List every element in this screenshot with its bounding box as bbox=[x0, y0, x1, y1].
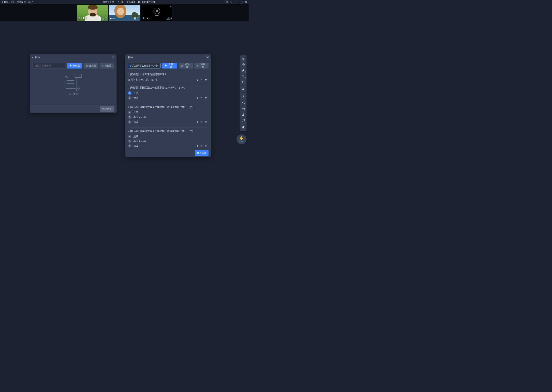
quiz-name-input[interactable] bbox=[33, 63, 65, 69]
panel-close-icon[interactable] bbox=[206, 56, 209, 59]
short-icon: T bbox=[102, 64, 103, 67]
close-icon[interactable] bbox=[245, 0, 248, 4]
move-icon[interactable]: ✥ bbox=[196, 120, 199, 123]
tile-close-icon[interactable]: × bbox=[138, 5, 139, 8]
svg-point-12 bbox=[243, 96, 244, 97]
bell-tool-icon[interactable] bbox=[240, 125, 246, 130]
raise-hand-button[interactable]: ✋ 0/2 bbox=[237, 134, 247, 144]
question-text: 2 [判断题] 我国宪法上一次更新是在2020年。（2分） bbox=[128, 86, 207, 89]
record-dot-icon bbox=[99, 17, 102, 20]
save-quiz-button[interactable]: 保存试卷 bbox=[100, 106, 114, 112]
fullscreen-icon[interactable] bbox=[240, 0, 243, 4]
participant-tile-nina[interactable]: × Nina bbox=[109, 5, 140, 21]
toolbox-tool-icon[interactable] bbox=[240, 106, 246, 112]
question-text: 3 [单选题] 施华洛世奇是反华品牌，所以梁鼎琪反华。（2分） bbox=[128, 105, 207, 109]
choice-question-button[interactable]: ◎选择题 bbox=[179, 63, 193, 69]
record-icon[interactable] bbox=[225, 0, 228, 4]
pointer-tool-icon[interactable] bbox=[240, 56, 246, 62]
option-row[interactable]: B错误 ✥ ✎ 🗑 bbox=[128, 96, 207, 99]
empty-illustration-icon bbox=[65, 73, 82, 91]
choice-question-button[interactable]: ◎选择题 bbox=[84, 63, 98, 69]
option-bullet: A bbox=[128, 111, 131, 114]
net-status: 网络状态：良好 bbox=[17, 0, 33, 4]
back-icon[interactable]: ‹ bbox=[32, 56, 33, 59]
judge-question-button[interactable]: ⦿判断题 bbox=[67, 63, 82, 69]
move-icon[interactable]: ✥ bbox=[196, 96, 199, 99]
participant-tile-teacher[interactable]: 叮当老师 bbox=[77, 5, 108, 21]
judge-question-button[interactable]: ⦿判断题 bbox=[162, 63, 177, 69]
move-icon[interactable]: ✥ bbox=[196, 78, 199, 81]
hand-count: 0/2 bbox=[240, 140, 243, 143]
participant-tile-wangxiaoming[interactable]: × 王小明 bbox=[141, 5, 172, 21]
question-text: 4 [多选题] 施华洛世奇是反华品牌，所以梁鼎琪反华。（2分） bbox=[128, 129, 207, 133]
panel-close-icon[interactable] bbox=[112, 56, 114, 59]
option-bullet: B bbox=[128, 96, 131, 99]
svg-rect-0 bbox=[225, 1, 227, 3]
option-label: 正确 bbox=[133, 91, 138, 95]
option-row[interactable]: B不完全正确 bbox=[128, 115, 207, 119]
svg-point-14 bbox=[243, 113, 244, 115]
edit-icon[interactable]: ✎ bbox=[201, 145, 203, 147]
option-row[interactable]: C错误 ✥ ✎ 🗑 bbox=[128, 120, 207, 124]
delete-icon[interactable]: 🗑 bbox=[205, 78, 207, 81]
camera-off-icon bbox=[153, 8, 160, 16]
participant-name: 王小明 bbox=[142, 17, 149, 20]
delete-icon[interactable]: 🗑 bbox=[205, 145, 207, 147]
question-item: 3 [单选题] 施华洛世奇是反华品牌，所以梁鼎琪反华。（2分） A正确 B不完全… bbox=[128, 103, 207, 127]
quiz-name-input[interactable] bbox=[128, 63, 161, 69]
pen-tool-icon[interactable] bbox=[240, 68, 246, 73]
option-row[interactable]: C错误 ✥ ✎ 🗑 bbox=[128, 144, 207, 147]
quiz-toolbar: ⦿判断题 ◎选择题 T简答题 bbox=[128, 63, 209, 69]
judge-icon: ⦿ bbox=[69, 64, 72, 67]
option-bullet: C bbox=[128, 120, 131, 124]
brightness-tool-icon[interactable] bbox=[240, 93, 246, 99]
signal-icon bbox=[102, 17, 104, 20]
session-id: ID：2020070324 bbox=[138, 0, 155, 4]
option-label: 不完全正确 bbox=[133, 115, 146, 119]
minimize-icon[interactable] bbox=[235, 0, 238, 4]
chat-tool-icon[interactable] bbox=[240, 118, 246, 123]
class-time: 已上课：02:34:09 bbox=[117, 0, 135, 4]
edit-icon[interactable]: ✎ bbox=[201, 78, 203, 81]
participant-name: 叮当老师 bbox=[78, 17, 87, 20]
text-tool-icon[interactable]: T bbox=[240, 73, 246, 79]
svg-point-1 bbox=[231, 2, 232, 2]
short-answer-button[interactable]: T简答题 bbox=[100, 63, 114, 69]
panel-title: 测验 bbox=[128, 56, 133, 59]
move-tool-icon[interactable] bbox=[240, 62, 246, 67]
choice-icon: ◎ bbox=[86, 64, 88, 67]
edit-icon[interactable]: ✎ bbox=[201, 120, 203, 123]
edit-icon[interactable]: ✎ bbox=[201, 96, 203, 99]
option-row[interactable]: A是的 bbox=[128, 135, 207, 138]
option-row[interactable]: A正确 bbox=[128, 91, 207, 95]
option-label: 正确 bbox=[133, 111, 138, 114]
option-row[interactable]: B不完全正确 bbox=[128, 140, 207, 143]
user-tool-icon[interactable] bbox=[240, 112, 246, 117]
eraser-tool-icon[interactable] bbox=[240, 86, 246, 92]
empty-text: 暂无试题 bbox=[69, 93, 78, 96]
video-strip: 叮当老师 × Nina × 王小明 bbox=[0, 4, 249, 21]
tile-close-icon[interactable]: × bbox=[170, 5, 172, 8]
option-bullet: B bbox=[128, 140, 131, 143]
delete-icon[interactable]: 🗑 bbox=[205, 120, 207, 123]
option-label: 错误 bbox=[133, 96, 138, 99]
side-toolbar: T bbox=[240, 55, 247, 131]
question-list[interactable]: 1 [简答题] 一年四季分别是哪四季? 参考答案：春、夏、秋、冬 ✥ ✎ 🗑 2… bbox=[128, 69, 209, 147]
option-row[interactable]: A正确 bbox=[128, 111, 207, 114]
delete-icon[interactable]: 🗑 bbox=[205, 96, 207, 99]
panel-title: 测验 bbox=[35, 56, 40, 59]
top-bar: 丢包率：0% 网络状态：良好 神秘大自然 已上课：02:34:09 ID：202… bbox=[0, 0, 249, 4]
scissors-tool-icon[interactable] bbox=[240, 79, 246, 84]
question-item: 2 [判断题] 我国宪法上一次更新是在2020年。（2分） A正确 B错误 ✥ … bbox=[128, 84, 207, 103]
question-answer: 参考答案：春、夏、秋、冬 bbox=[128, 78, 158, 82]
question-item: 4 [多选题] 施华洛世奇是反华品牌，所以梁鼎琪反华。（2分） A是的 B不完全… bbox=[128, 127, 207, 147]
save-quiz-button[interactable]: 保存试卷 bbox=[195, 150, 209, 156]
short-icon: T bbox=[197, 64, 198, 67]
settings-icon[interactable] bbox=[230, 0, 233, 4]
move-icon[interactable]: ✥ bbox=[196, 145, 199, 147]
folder-tool-icon[interactable] bbox=[240, 100, 246, 106]
option-label: 错误 bbox=[133, 120, 138, 124]
mic-icon bbox=[105, 17, 107, 20]
option-bullet: B bbox=[128, 115, 131, 119]
short-answer-button[interactable]: T简答题 bbox=[195, 63, 209, 69]
